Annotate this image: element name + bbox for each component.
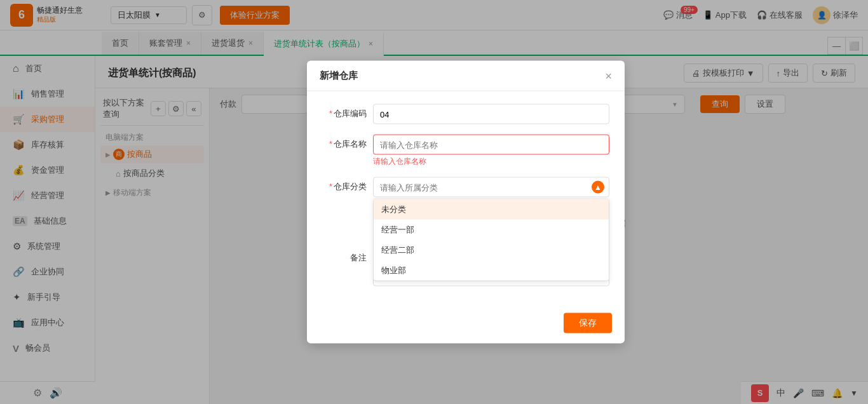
modal-footer: 保存 <box>307 307 625 344</box>
category-option-uncategorized[interactable]: 未分类 <box>374 199 609 220</box>
warehouse-name-error: 请输入仓库名称 <box>373 156 426 167</box>
warehouse-name-row: *仓库名称 请输入仓库名称 <box>322 135 609 167</box>
warehouse-name-label: *仓库名称 <box>322 135 373 155</box>
warehouse-code-label: *仓库编码 <box>322 104 373 123</box>
category-dropdown-list: 未分类 经营一部 经营二部 物业部 <box>373 199 609 281</box>
warehouse-category-row: *仓库分类 ▲ 未分类 经营一部 经营二部 物业部 <box>322 177 609 198</box>
warehouse-category-label: *仓库分类 <box>322 177 373 196</box>
warehouse-code-row: *仓库编码 <box>322 104 609 125</box>
warehouse-code-input[interactable] <box>373 104 609 125</box>
modal-title: 新增仓库 <box>320 70 358 82</box>
modal-body: *仓库编码 *仓库名称 请输入仓库名称 *仓库分类 ▲ <box>307 91 625 307</box>
modal-header: 新增仓库 × <box>307 61 625 91</box>
warehouse-name-input[interactable] <box>373 135 609 155</box>
category-dropdown-toggle[interactable]: ▲ <box>592 181 604 194</box>
add-warehouse-modal: 新增仓库 × *仓库编码 *仓库名称 请输入仓库名称 *仓库分类 <box>307 61 625 344</box>
modal-save-button[interactable]: 保存 <box>564 313 612 333</box>
category-dropdown-wrapper: ▲ 未分类 经营一部 经营二部 物业部 <box>373 177 609 198</box>
category-option-property[interactable]: 物业部 <box>374 260 609 281</box>
category-dropdown-input[interactable] <box>373 177 609 198</box>
category-option-dept1[interactable]: 经营一部 <box>374 220 609 240</box>
warehouse-remark-label: 备注 <box>322 248 373 267</box>
modal-close-button[interactable]: × <box>605 70 612 81</box>
category-option-dept2[interactable]: 经营二部 <box>374 240 609 260</box>
warehouse-name-field: *仓库名称 <box>322 135 609 155</box>
